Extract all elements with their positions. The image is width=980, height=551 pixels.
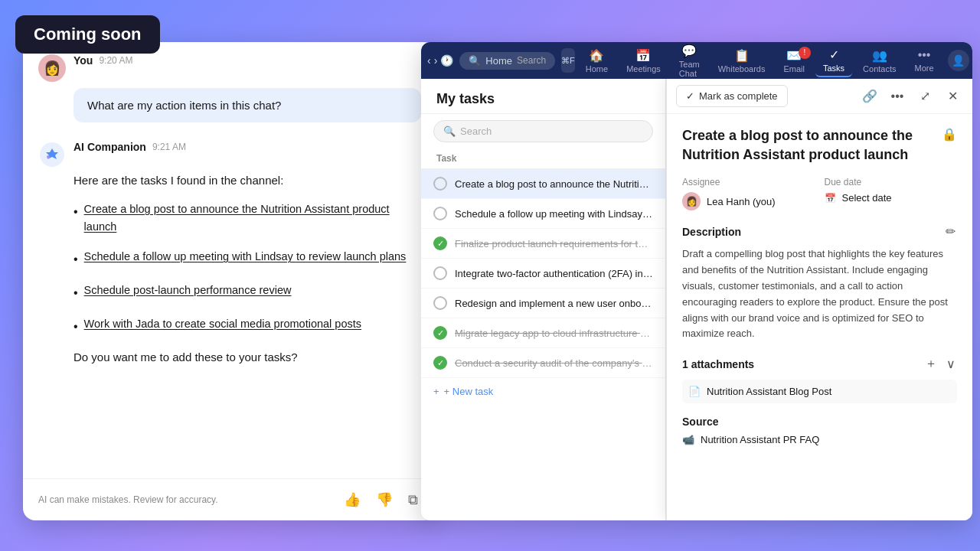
task-item-2[interactable]: Schedule a follow up meeting with Lindsa… [421,199,665,229]
task-text-5: Redesign and implement a new user onboar… [455,298,653,309]
nav-search-bar[interactable]: 🔍 Home Search [459,52,555,70]
task-text-1: Create a blog post to announce the Nutri… [455,178,653,190]
lock-icon: 🔒 [942,126,957,143]
task-checkbox-1[interactable] [433,177,447,191]
nav-contacts[interactable]: 👥 Contacts [855,45,903,77]
svg-point-1 [47,155,50,158]
tasks-search-bar[interactable]: 🔍 Search [433,120,653,142]
attachment-actions: ＋ ∨ [923,354,957,373]
nav-whiteboards[interactable]: 📋 Whiteboards [710,45,773,77]
nav-person-icon[interactable]: 👤 [948,50,969,71]
assignee-value: 👩 Lea Hanh (you) [682,192,815,210]
search-label: Home [485,55,512,67]
new-task-label: + New task [444,386,494,397]
detail-title: Create a blog post to announce the Nutri… [682,126,957,165]
expand-button[interactable]: ⤢ [914,86,936,107]
user-avatar: 👩 [38,54,66,82]
task-link-3[interactable]: Schedule post-launch performance review [84,282,292,299]
nav-home-label: Home [586,64,608,73]
assignee-avatar: 👩 [682,192,701,210]
nav-home[interactable]: 🏠 Home [578,45,616,77]
search-icon: 🔍 [469,55,481,67]
nav-meetings[interactable]: 📅 Meetings [619,45,668,77]
task-checkbox-7[interactable]: ✓ [433,356,447,370]
more-icon: ••• [918,48,931,62]
nav-history-icon[interactable]: 🕐 [440,48,453,73]
assignee-name: Lea Hanh (you) [707,196,776,207]
tasks-panel: My tasks 🔍 Search Task Create a blog pos… [421,79,666,520]
whiteboard-icon: 📋 [734,48,750,63]
nav-email-label: Email [783,64,805,73]
chat-icon: 💬 [681,44,697,58]
source-header: Source [682,416,957,428]
ai-content: Here are the tasks I found in the channe… [74,171,421,367]
attachment-icon: 📄 [688,386,701,397]
teams-app: ‹ › 🕐 🔍 Home Search ⌘F 🏠 Home 📅 Meetings… [421,42,972,520]
task-checkbox-5[interactable] [433,296,447,310]
mark-complete-button[interactable]: ✓ Mark as complete [676,85,788,107]
due-date-text: Select date [842,192,892,204]
task-item-3[interactable]: ✓ Finalize product launch requirements f… [421,229,665,259]
nav-email[interactable]: ✉️ Email ! [776,45,812,77]
tasks-search-icon: 🔍 [443,126,456,137]
list-item: Work with Jada to create social media pr… [74,315,421,337]
task-checkbox-2[interactable] [433,207,447,220]
banner-text: Coming soon [34,24,142,44]
nav-team-chat-label: Team Chat [679,60,700,78]
task-text-7: Conduct a security audit of the company'… [455,357,653,369]
new-task-button[interactable]: + + New task [421,378,665,405]
task-checkbox-3[interactable]: ✓ [433,236,447,250]
tasks-panel-header: My tasks [421,79,665,114]
nav-back-icon[interactable]: ‹ [427,48,431,73]
task-list: Create a blog post to announce the Nutri… [74,201,421,336]
task-item-4[interactable]: Integrate two-factor authentication (2FA… [421,259,665,289]
detail-title-text: Create a blog post to announce the Nutri… [682,126,936,165]
task-link-4[interactable]: Work with Jada to create social media pr… [84,315,361,333]
source-name: Nutrition Assistant PR FAQ [701,434,819,445]
nav-command-icon[interactable]: ⌘F [561,48,575,73]
chat-footer: AI can make mistakes. Review for accurac… [23,478,436,520]
edit-description-button[interactable]: ✏ [944,223,957,240]
ai-timestamp: 9:21 AM [152,142,186,152]
nav-tasks-label: Tasks [823,64,844,73]
expand-attachments-button[interactable]: ∨ [945,354,957,373]
detail-panel: ✓ Mark as complete 🔗 ••• ⤢ ✕ Create a bl… [666,79,972,520]
more-options-button[interactable]: ••• [887,86,908,107]
task-text-3: Finalize product launch requirements for… [455,238,653,249]
due-date-label: Due date [825,177,958,187]
nav-more[interactable]: ••• More [907,45,942,76]
task-item-6[interactable]: ✓ Migrate legacy app to cloud infrastruc… [421,318,665,348]
footer-actions: 👍 👎 ⧉ [341,488,421,511]
description-header: Description ✏ [682,223,957,240]
assignee-label: Assignee [682,177,815,187]
detail-content: Create a blog post to announce the Nutri… [667,114,972,520]
mark-complete-label: Mark as complete [699,90,778,102]
task-link-2[interactable]: Schedule a follow up meeting with Lindsa… [84,248,407,266]
attachments-header: 1 attachments ＋ ∨ [682,354,957,373]
source-item: 📹 Nutrition Assistant PR FAQ [682,434,957,445]
task-text-2: Schedule a follow up meeting with Lindsa… [455,208,653,220]
task-item-1[interactable]: Create a blog post to announce the Nutri… [421,169,665,199]
attachments-section: 1 attachments ＋ ∨ 📄 Nutrition Assistant … [682,354,957,403]
checkmark-icon: ✓ [686,90,694,102]
copy-button[interactable]: ⧉ [405,489,421,511]
thumbs-down-button[interactable]: 👎 [373,488,396,511]
task-item-5[interactable]: Redesign and implement a new user onboar… [421,289,665,318]
task-checkbox-6[interactable]: ✓ [433,326,447,340]
thumbs-up-button[interactable]: 👍 [341,488,364,511]
task-item-7[interactable]: ✓ Conduct a security audit of the compan… [421,348,665,378]
due-date-value[interactable]: 📅 Select date [825,192,958,204]
add-attachment-button[interactable]: ＋ [923,354,939,373]
ai-name: AI Companion [74,141,146,153]
link-button[interactable]: 🔗 [859,86,880,107]
close-button[interactable]: ✕ [942,86,963,107]
description-text: Draft a compelling blog post that highli… [682,246,957,342]
nav-tasks[interactable]: ✓ Tasks [815,44,852,77]
task-checkbox-4[interactable] [433,266,447,280]
nav-forward-icon[interactable]: › [434,48,438,73]
attachment-item[interactable]: 📄 Nutrition Assistant Blog Post [682,380,957,403]
nav-meetings-label: Meetings [626,64,661,73]
task-link-1[interactable]: Create a blog post to announce the Nutri… [84,201,421,236]
calendar-icon: 📅 [825,193,836,204]
nav-team-chat[interactable]: 💬 Team Chat [671,42,707,81]
